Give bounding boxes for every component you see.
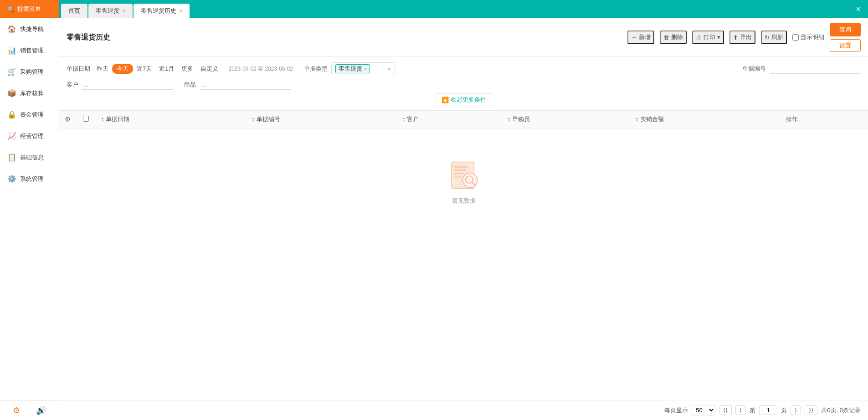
th-date-label: ↕ 单据日期: [101, 116, 129, 123]
sidebar: 🏠 快捷导航 📊 销售管理 🛒 采购管理 📦 库存核算 🔒 资金管理 📈 经营管…: [0, 18, 59, 420]
th-amount-label: ↕ 实销金额: [636, 116, 664, 123]
total-info: 共0页, 0条记录: [821, 406, 861, 415]
settings-button[interactable]: 设置: [830, 39, 861, 52]
th-guide: ↕ 导购员: [502, 111, 630, 128]
doc-no-input[interactable]: [770, 64, 861, 74]
sidebar-item-finance-label: 资金管理: [20, 111, 44, 119]
tab-home-label: 首页: [68, 7, 80, 15]
prev-page-button[interactable]: ⟨: [735, 405, 746, 415]
page-size-label: 每页显示: [664, 406, 688, 415]
first-page-button[interactable]: ⟨⟨: [719, 405, 732, 415]
th-date: ↕ 单据日期: [96, 111, 247, 128]
empty-text: 暂无数据: [452, 197, 476, 205]
sidebar-bottom: ⚙ 🔊: [0, 400, 59, 420]
collapse-button[interactable]: 🔼 收起更多条件: [436, 93, 492, 106]
doc-type-tag: 零售退货 ×: [335, 64, 370, 73]
home-icon: 🏠: [7, 25, 16, 33]
th-guide-label: ↕ 导购员: [508, 116, 530, 123]
tab-retail-return-history-label: 零售退货历史: [141, 7, 176, 15]
tab-home[interactable]: 首页: [61, 4, 87, 18]
goods-filter-group: 商品: [184, 80, 291, 90]
settings-bottom-icon[interactable]: ⚙: [13, 405, 20, 415]
page-title: 零售退货历史: [67, 33, 110, 42]
page-number-input[interactable]: [759, 405, 777, 415]
sidebar-item-quick-nav[interactable]: 🏠 快捷导航: [0, 18, 59, 40]
main-layout: 🏠 快捷导航 📊 销售管理 🛒 采购管理 📦 库存核算 🔒 资金管理 📈 经营管…: [0, 18, 868, 420]
th-doc-no: ↕ 单据编号: [247, 111, 397, 128]
table-settings-icon[interactable]: ⚙: [65, 115, 71, 123]
next-page-button[interactable]: ⟩: [791, 405, 801, 415]
sidebar-item-sales-label: 销售管理: [20, 46, 44, 55]
customer-input[interactable]: [82, 80, 173, 90]
sidebar-item-sys-mgmt[interactable]: ⚙️ 系统管理: [0, 168, 59, 190]
last-page-button[interactable]: ⟩⟩: [805, 405, 817, 415]
new-button[interactable]: ＋ 新增: [627, 31, 654, 44]
th-actions: 操作: [781, 111, 868, 128]
sidebar-item-finance[interactable]: 🔒 资金管理: [0, 104, 59, 125]
print-button[interactable]: 🖨 打印 ▾: [692, 31, 724, 44]
sidebar-item-sales-mgmt[interactable]: 📊 销售管理: [0, 40, 59, 61]
new-label: 新增: [639, 33, 651, 41]
delete-button[interactable]: 🗑 删除: [660, 31, 687, 44]
tab-retail-return-close[interactable]: ×: [122, 8, 125, 14]
page-size-select[interactable]: 10 20 50 100: [692, 405, 715, 415]
export-label: 导出: [740, 33, 752, 41]
volume-icon[interactable]: 🔊: [36, 405, 46, 415]
doc-type-label: 单据类型: [304, 65, 328, 73]
sidebar-item-inventory[interactable]: 📦 库存核算: [0, 82, 59, 104]
sidebar-item-sys-label: 系统管理: [20, 175, 44, 183]
data-table: ⚙ ↕ 单据日期 ↕ 单据编号 ↕ 客户: [59, 110, 868, 128]
svg-rect-1: [453, 166, 468, 168]
page-text: 第: [750, 406, 755, 415]
export-button[interactable]: ⬆ 导出: [729, 31, 755, 44]
date-btn-more[interactable]: 更多: [178, 64, 197, 74]
table-container[interactable]: ⚙ ↕ 单据日期 ↕ 单据编号 ↕ 客户: [59, 110, 868, 400]
operations-icon: 📈: [7, 132, 16, 140]
date-btn-1month[interactable]: 近1月: [155, 64, 178, 74]
sidebar-item-operations[interactable]: 📈 经营管理: [0, 125, 59, 147]
customer-filter-group: 客户: [67, 80, 173, 90]
date-btn-today[interactable]: 今天: [112, 64, 133, 74]
sidebar-item-purchase-mgmt[interactable]: 🛒 采购管理: [0, 61, 59, 82]
th-customer: ↕ 客户: [397, 111, 502, 128]
tab-retail-return[interactable]: 零售退货 ×: [88, 4, 133, 18]
date-btn-custom[interactable]: 自定义: [197, 64, 222, 74]
tab-retail-return-history[interactable]: 零售退货历史 ×: [134, 4, 190, 18]
search-menu-button[interactable]: 🔍 搜索菜单: [0, 0, 59, 18]
query-button[interactable]: 查询: [830, 23, 861, 36]
refresh-button[interactable]: ↻ 刷新: [761, 31, 787, 44]
th-actions-label: 操作: [786, 116, 798, 123]
empty-illustration: [443, 156, 484, 197]
goods-label: 商品: [184, 81, 196, 89]
sidebar-item-basic-info-label: 基础信息: [20, 154, 44, 162]
doc-type-tag-close[interactable]: ×: [364, 66, 367, 72]
tab-retail-return-history-close[interactable]: ×: [179, 8, 182, 14]
sidebar-item-basic-info[interactable]: 📋 基础信息: [0, 147, 59, 168]
filter-row-2: 客户 商品: [67, 80, 861, 90]
search-menu-label: 搜索菜单: [17, 5, 41, 13]
print-icon: 🖨: [696, 34, 702, 41]
doc-type-dropdown-icon: ▾: [388, 66, 391, 72]
delete-label: 删除: [671, 33, 683, 41]
doc-type-select[interactable]: 零售退货 × ▾: [331, 62, 395, 75]
window-close-button[interactable]: ×: [848, 0, 868, 18]
export-icon: ⬆: [733, 34, 738, 41]
empty-state: 暂无数据: [59, 128, 868, 232]
doc-type-filter-group: 单据类型 零售退货 × ▾: [304, 62, 731, 75]
th-checkbox: [77, 111, 96, 128]
top-bar: 🔍 搜索菜单 首页 零售退货 × 零售退货历史 × ×: [0, 0, 868, 18]
content-area: 零售退货历史 ＋ 新增 🗑 删除 🖨 打印 ▾ ⬆ 导出: [59, 18, 868, 420]
svg-rect-2: [453, 169, 466, 171]
collapse-label: 收起更多条件: [451, 96, 486, 104]
date-filter-row: 昨天 今天 近7天 近1月 更多 自定义: [93, 64, 222, 74]
goods-input[interactable]: [200, 80, 291, 90]
tabs-area: 首页 零售退货 × 零售退货历史 ×: [59, 0, 848, 18]
show-detail-checkbox[interactable]: [792, 34, 799, 41]
date-btn-yesterday[interactable]: 昨天: [93, 64, 112, 74]
pagination-bar: 每页显示 10 20 50 100 ⟨⟨ ⟨ 第 页 ⟩ ⟩⟩ 共0页, 0条记…: [59, 400, 868, 420]
customer-label: 客户: [67, 81, 78, 89]
page-header: 零售退货历史 ＋ 新增 🗑 删除 🖨 打印 ▾ ⬆ 导出: [59, 18, 868, 57]
header-actions: ＋ 新增 🗑 删除 🖨 打印 ▾ ⬆ 导出 ↻ 刷新: [627, 23, 861, 52]
select-all-checkbox[interactable]: [83, 116, 89, 122]
date-btn-7days[interactable]: 近7天: [133, 64, 155, 74]
